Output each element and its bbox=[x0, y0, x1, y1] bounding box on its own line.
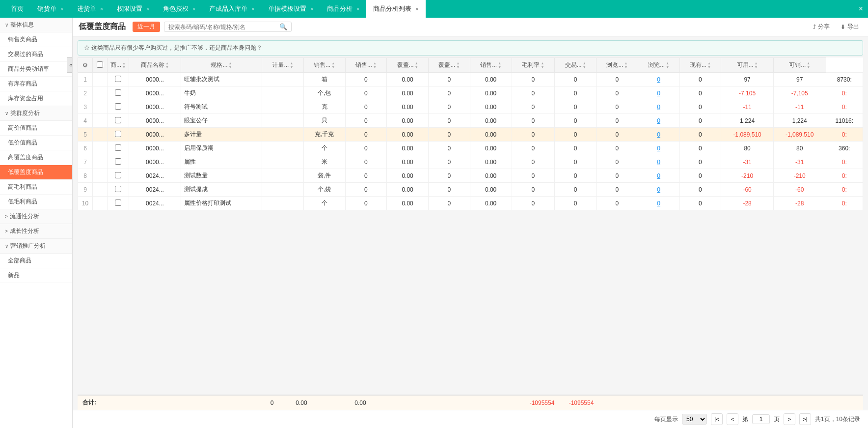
col-stock-current[interactable]: 现有...▲▼ bbox=[679, 58, 721, 73]
col-settings[interactable]: ⚙ bbox=[78, 58, 93, 73]
row-checkbox[interactable] bbox=[108, 86, 129, 100]
sidebar-item-in-stock[interactable]: 有库存商品 bbox=[0, 77, 72, 91]
col-transaction[interactable]: 交易...▲▼ bbox=[555, 58, 597, 73]
per-page-select[interactable]: 50 100 200 bbox=[682, 414, 707, 425]
row-checkbox[interactable] bbox=[108, 73, 129, 86]
row-browse1[interactable]: 0 bbox=[638, 114, 679, 128]
nav-tab-roles[interactable]: 角色授权 × bbox=[156, 0, 202, 18]
sidebar-item-high-margin[interactable]: 高毛利商品 bbox=[0, 180, 72, 195]
sidebar-section-growth[interactable]: > 成长性分析 bbox=[0, 224, 72, 239]
nav-tab-analysis-close[interactable]: × bbox=[356, 6, 359, 12]
nav-tab-home[interactable]: 首页 bbox=[4, 0, 30, 18]
time-filter-btn[interactable]: 近一月 bbox=[133, 22, 160, 32]
row-checkbox[interactable] bbox=[108, 155, 129, 169]
row-checkbox[interactable] bbox=[108, 114, 129, 128]
row-checkbox[interactable] bbox=[108, 183, 129, 197]
row-browse1[interactable]: 0 bbox=[638, 100, 679, 114]
nav-close-all[interactable]: × bbox=[859, 4, 863, 13]
row-gross-margin: 0 bbox=[555, 155, 597, 169]
row-settings[interactable] bbox=[93, 183, 108, 197]
row-browse1[interactable]: 0 bbox=[638, 86, 679, 100]
sidebar-item-new-goods[interactable]: 新品 bbox=[0, 268, 72, 283]
row-checkbox[interactable] bbox=[108, 128, 129, 142]
sidebar-item-traded-goods[interactable]: 交易过的商品 bbox=[0, 47, 72, 62]
col-name[interactable]: 商品名称▲▼ bbox=[129, 58, 181, 73]
col-sales-days[interactable]: 销售...▲▼ bbox=[470, 58, 512, 73]
row-stock-current: -7,105 bbox=[721, 86, 774, 100]
nav-tab-products[interactable]: 产成品入库单 × bbox=[202, 0, 261, 18]
row-settings[interactable] bbox=[93, 197, 108, 210]
col-unit[interactable]: 计量...▲▼ bbox=[262, 58, 304, 73]
sidebar-item-low-coverage[interactable]: 低覆盖度商品 bbox=[0, 165, 72, 180]
nav-tab-sales-close[interactable]: × bbox=[60, 6, 63, 12]
col-browse2[interactable]: 浏览...▲▼ bbox=[638, 58, 679, 73]
page-prev-btn[interactable]: < bbox=[727, 413, 738, 425]
col-gross-margin[interactable]: 毛利率▲▼ bbox=[512, 58, 555, 73]
nav-tab-permissions[interactable]: 权限设置 × bbox=[110, 0, 156, 18]
row-browse1[interactable]: 0 bbox=[638, 169, 679, 183]
col-sales-qty[interactable]: 销售...▲▼ bbox=[303, 58, 345, 73]
share-btn[interactable]: ⤴ 分享 bbox=[810, 22, 833, 32]
export-label: 导出 bbox=[847, 23, 859, 31]
row-browse1[interactable]: 0 bbox=[638, 183, 679, 197]
nav-tab-analysis-list[interactable]: 商品分析列表 × bbox=[366, 0, 425, 18]
nav-tab-sales[interactable]: 销货单 × bbox=[30, 0, 70, 18]
sidebar-item-stock-funds[interactable]: 库存资金占用 bbox=[0, 91, 72, 106]
row-checkbox[interactable] bbox=[108, 169, 129, 183]
nav-tab-analysis[interactable]: 商品分析 × bbox=[320, 0, 366, 18]
header-actions: ⤴ 分享 ⬇ 导出 bbox=[810, 22, 862, 32]
sidebar-item-category-rate[interactable]: 商品分类动销率 bbox=[0, 62, 72, 77]
row-browse1[interactable]: 0 bbox=[638, 142, 679, 155]
col-stock-avail[interactable]: 可用...▲▼ bbox=[721, 58, 774, 73]
row-browse1[interactable]: 0 bbox=[638, 197, 679, 210]
sidebar-item-high-value[interactable]: 高价值商品 bbox=[0, 121, 72, 136]
col-sales-amount[interactable]: 销售...▲▼ bbox=[345, 58, 387, 73]
row-settings[interactable] bbox=[93, 73, 108, 86]
nav-tab-products-close[interactable]: × bbox=[251, 6, 254, 12]
row-settings[interactable] bbox=[93, 128, 108, 142]
sidebar-section-circulation[interactable]: > 流通性分析 bbox=[0, 209, 72, 224]
sidebar-item-all-goods[interactable]: 全部商品 bbox=[0, 254, 72, 268]
sidebar-item-sales-goods[interactable]: 销售类商品 bbox=[0, 32, 72, 47]
row-settings[interactable] bbox=[93, 142, 108, 155]
row-settings[interactable] bbox=[93, 155, 108, 169]
row-browse1[interactable]: 0 bbox=[638, 73, 679, 86]
page-first-btn[interactable]: |< bbox=[711, 413, 723, 425]
page-next-btn[interactable]: > bbox=[784, 413, 795, 425]
row-browse1[interactable]: 0 bbox=[638, 155, 679, 169]
col-browse1[interactable]: 浏览...▲▼ bbox=[597, 58, 638, 73]
row-checkbox[interactable] bbox=[108, 197, 129, 210]
row-settings[interactable] bbox=[93, 86, 108, 100]
sidebar-section-overall[interactable]: ∨ 整体信息 bbox=[0, 18, 72, 32]
row-settings[interactable] bbox=[93, 100, 108, 114]
row-transaction: 0 bbox=[597, 169, 638, 183]
sidebar-item-low-margin[interactable]: 低毛利商品 bbox=[0, 195, 72, 209]
search-input[interactable] bbox=[168, 24, 279, 30]
select-all-checkbox[interactable] bbox=[97, 61, 103, 68]
nav-tab-template-close[interactable]: × bbox=[310, 6, 313, 12]
nav-tab-purchase[interactable]: 进货单 × bbox=[70, 0, 110, 18]
sidebar-item-high-coverage[interactable]: 高覆盖度商品 bbox=[0, 150, 72, 165]
row-checkbox[interactable] bbox=[108, 100, 129, 114]
col-coverage1[interactable]: 覆盖...▲▼ bbox=[387, 58, 429, 73]
row-settings[interactable] bbox=[93, 114, 108, 128]
page-input[interactable] bbox=[752, 414, 770, 424]
nav-tab-analysis-list-close[interactable]: × bbox=[415, 6, 418, 12]
col-spec[interactable]: 规格...▲▼ bbox=[181, 58, 262, 73]
sidebar-section-marketing[interactable]: ∨ 营销推广分析 bbox=[0, 239, 72, 254]
nav-tab-roles-close[interactable]: × bbox=[192, 6, 195, 12]
nav-tab-template[interactable]: 单据模板设置 × bbox=[261, 0, 320, 18]
col-coverage2[interactable]: 覆盖...▲▼ bbox=[429, 58, 470, 73]
row-browse1[interactable]: 0 bbox=[638, 128, 679, 142]
col-code[interactable]: 商...▲▼ bbox=[108, 58, 129, 73]
sidebar-section-cluster[interactable]: ∨ 类群度分析 bbox=[0, 106, 72, 121]
sidebar-item-low-value[interactable]: 低价值商品 bbox=[0, 136, 72, 150]
page-last-btn[interactable]: >| bbox=[799, 413, 811, 425]
sidebar-collapse-btn[interactable]: « bbox=[67, 57, 73, 73]
col-stock-sale[interactable]: 可销...▲▼ bbox=[773, 58, 826, 73]
row-checkbox[interactable] bbox=[108, 142, 129, 155]
nav-tab-permissions-close[interactable]: × bbox=[146, 6, 149, 12]
nav-tab-purchase-close[interactable]: × bbox=[100, 6, 103, 12]
row-settings[interactable] bbox=[93, 169, 108, 183]
export-btn[interactable]: ⬇ 导出 bbox=[838, 22, 862, 32]
